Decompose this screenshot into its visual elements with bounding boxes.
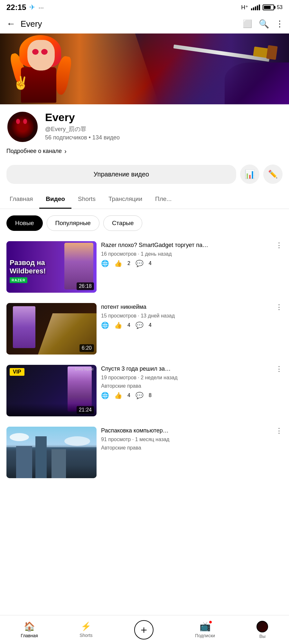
video-duration: 21:24 bbox=[77, 406, 94, 414]
cast-icon[interactable]: ⬜ bbox=[243, 19, 252, 28]
sword-handle bbox=[266, 45, 278, 60]
status-time: 22:15 bbox=[6, 3, 26, 12]
tabs-container: Главная Видео Shorts Трансляции Пле... bbox=[0, 190, 289, 209]
razer-logo: RAZER bbox=[10, 277, 27, 283]
video-more-button[interactable]: ⋮ bbox=[275, 427, 283, 435]
video-title: потент никнейма bbox=[101, 303, 146, 311]
channel-stats: 56 подписчиков • 134 видео bbox=[45, 134, 283, 141]
channel-more-link[interactable]: Подробнее о канале › bbox=[6, 147, 283, 155]
comment-count: 4 bbox=[149, 322, 152, 328]
video-actions: 🌐 👍 4 💬 4 bbox=[101, 321, 283, 329]
add-button[interactable]: ＋ bbox=[134, 620, 154, 639]
anime-face bbox=[27, 40, 55, 71]
thumb4-cloud2 bbox=[64, 436, 90, 446]
video-meta: Razer плохо? SmartGadget торгует па… ⋮ 1… bbox=[101, 241, 283, 267]
video-thumbnail[interactable] bbox=[6, 427, 97, 478]
anime-eyes bbox=[32, 49, 39, 55]
thumb-overlay-text: Развод наWildberes! bbox=[10, 259, 46, 276]
comment-count: 4 bbox=[149, 260, 152, 266]
more-options-icon[interactable]: ⋮ bbox=[275, 19, 284, 29]
video-thumbnail[interactable]: VIP Every Squad 21:24 bbox=[6, 365, 97, 416]
profile-avatar bbox=[256, 621, 268, 632]
video-more-button[interactable]: ⋮ bbox=[275, 365, 283, 373]
channel-handle: @Every_罰の罪 bbox=[45, 125, 283, 133]
tab-video[interactable]: Видео bbox=[39, 190, 71, 209]
video-thumbnail[interactable]: Развод наWildberes! RAZER 26:18 bbox=[6, 241, 97, 293]
nav-add[interactable]: ＋ bbox=[129, 618, 159, 642]
comment-icon[interactable]: 💬 bbox=[135, 321, 144, 329]
video-item: Развод наWildberes! RAZER 26:18 Razer пл… bbox=[0, 236, 289, 298]
thumb2-anime bbox=[13, 306, 35, 348]
video-actions: 🌐 👍 2 💬 4 bbox=[101, 260, 283, 267]
battery-icon bbox=[263, 5, 274, 10]
avatar-demon bbox=[11, 116, 34, 138]
comment-icon[interactable]: 💬 bbox=[135, 260, 144, 267]
video-copyright: Авторские права bbox=[101, 445, 283, 451]
edit-icon: ✏️ bbox=[268, 170, 278, 179]
video-title: Распаковка компьютер… bbox=[101, 427, 169, 435]
like-count: 2 bbox=[127, 260, 130, 266]
tab-shorts[interactable]: Shorts bbox=[71, 190, 102, 209]
channel-info: Every @Every_罰の罪 56 подписчиков • 134 ви… bbox=[0, 104, 289, 165]
analytics-icon: 📊 bbox=[245, 169, 255, 179]
video-title: Razer плохо? SmartGadget торгует па… bbox=[101, 241, 208, 249]
globe-icon: 🌐 bbox=[101, 392, 109, 399]
thumb4-tower3 bbox=[51, 449, 66, 478]
video-stats: 91 просмотр · 1 месяц назад bbox=[101, 437, 283, 442]
status-dots: ··· bbox=[38, 4, 44, 11]
filter-new[interactable]: Новые bbox=[6, 215, 43, 231]
search-icon[interactable]: 🔍 bbox=[259, 19, 269, 29]
nav-home-label: Главная bbox=[21, 633, 38, 638]
video-more-button[interactable]: ⋮ bbox=[275, 241, 283, 250]
video-item: 6:20 потент никнейма ⋮ 15 просмотров · 1… bbox=[0, 298, 289, 360]
video-duration: 6:20 bbox=[79, 344, 94, 352]
nav-home[interactable]: 🏠 Главная bbox=[16, 619, 43, 641]
globe-icon: 🌐 bbox=[101, 321, 109, 329]
globe-icon: 🌐 bbox=[101, 260, 109, 267]
filter-pills: Новые Популярные Старые bbox=[0, 209, 289, 236]
like-icon[interactable]: 👍 bbox=[114, 260, 122, 267]
battery-level: 53 bbox=[277, 5, 283, 10]
nav-shorts[interactable]: ⚡ Shorts bbox=[74, 619, 98, 640]
thumb4-tower1 bbox=[16, 446, 32, 478]
peace-hand: ✌ bbox=[13, 75, 29, 90]
back-button[interactable]: ← bbox=[5, 17, 17, 30]
video-copyright: Авторские права bbox=[101, 383, 283, 389]
channel-title: Every bbox=[21, 19, 239, 29]
thumb3-squad-text: Every Squad bbox=[75, 367, 93, 371]
nav-icons: ⬜ 🔍 ⋮ bbox=[243, 19, 284, 29]
analytics-button[interactable]: 📊 bbox=[240, 165, 259, 184]
channel-banner: ✌ bbox=[0, 33, 289, 104]
nav-profile[interactable]: Вы bbox=[251, 618, 273, 641]
manage-video-button[interactable]: Управление видео bbox=[6, 165, 236, 184]
tab-playlists[interactable]: Пле... bbox=[149, 190, 178, 209]
nav-shorts-label: Shorts bbox=[79, 633, 92, 638]
video-title: Спустя 3 года решил за… bbox=[101, 365, 171, 373]
tab-home[interactable]: Главная bbox=[3, 190, 39, 209]
comment-icon[interactable]: 💬 bbox=[135, 392, 144, 399]
thumb4-cloud1 bbox=[10, 433, 29, 441]
signal-icon: H⁺ bbox=[241, 4, 248, 11]
home-icon: 🏠 bbox=[24, 621, 35, 632]
action-buttons: Управление видео 📊 ✏️ bbox=[0, 165, 289, 190]
filter-popular[interactable]: Популярные bbox=[47, 215, 99, 231]
banner-claws bbox=[225, 62, 289, 104]
nav-subscriptions-label: Подписки bbox=[195, 633, 215, 638]
video-stats: 19 просмотров · 2 недели назад bbox=[101, 375, 283, 381]
edit-button[interactable]: ✏️ bbox=[263, 165, 283, 184]
video-more-button[interactable]: ⋮ bbox=[275, 303, 283, 311]
filter-old[interactable]: Старые bbox=[103, 215, 143, 231]
status-bar: 22:15 ✈ ··· H⁺ 53 bbox=[0, 0, 289, 14]
video-meta: потент никнейма ⋮ 15 просмотров · 13 дне… bbox=[101, 303, 283, 329]
video-duration: 26:18 bbox=[77, 282, 94, 290]
like-count: 4 bbox=[127, 393, 130, 398]
like-icon[interactable]: 👍 bbox=[114, 321, 122, 329]
video-thumbnail[interactable]: 6:20 bbox=[6, 303, 97, 355]
nav-subscriptions[interactable]: 📺 Подписки bbox=[190, 619, 220, 641]
like-icon[interactable]: 👍 bbox=[114, 392, 122, 399]
shorts-icon: ⚡ bbox=[81, 621, 91, 631]
notification-dot bbox=[209, 620, 212, 624]
channel-avatar bbox=[6, 111, 39, 143]
tab-streams[interactable]: Трансляции bbox=[102, 190, 149, 209]
signal-bars bbox=[251, 5, 260, 10]
